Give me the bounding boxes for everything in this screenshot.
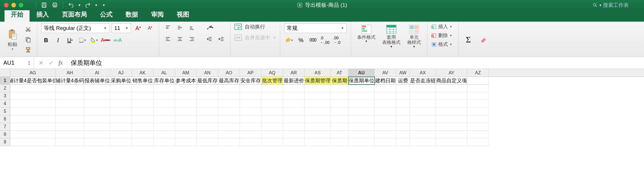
grow-font-icon[interactable]: A▴ [133, 24, 143, 32]
cell-AN3[interactable] [197, 92, 218, 100]
cell-AM5[interactable] [175, 108, 197, 115]
cell-AU2[interactable] [348, 85, 375, 92]
cell-AO6[interactable] [218, 115, 240, 123]
cell-AG7[interactable] [10, 123, 56, 131]
cell-AL1[interactable]: 库存单位 [153, 77, 175, 85]
accept-formula-icon[interactable]: ✓ [49, 60, 53, 66]
cell-styles-button[interactable]: 单元 格样式▼ [405, 23, 423, 49]
col-header-AS[interactable]: AS [305, 69, 331, 77]
format-painter-icon[interactable] [23, 46, 33, 54]
cell-AK8[interactable] [132, 131, 153, 138]
row-header-2[interactable]: 2 [0, 85, 10, 92]
cell-AV2[interactable] [375, 85, 396, 92]
cell-AU9[interactable] [348, 138, 375, 146]
col-header-AZ[interactable]: AZ [467, 69, 489, 77]
cell-AM8[interactable] [175, 131, 197, 138]
cell-AJ2[interactable] [110, 85, 132, 92]
autosum-icon[interactable]: Σ [463, 34, 474, 45]
cell-AW6[interactable] [396, 115, 410, 123]
conditional-formatting-button[interactable]: 条件格式▼ [355, 23, 378, 44]
col-header-AJ[interactable]: AJ [110, 69, 132, 77]
cell-AL2[interactable] [153, 85, 175, 92]
cell-AO8[interactable] [218, 131, 240, 138]
cell-AY6[interactable] [436, 115, 467, 123]
cell-AV1[interactable]: 建档日期 [375, 77, 396, 85]
name-box[interactable]: AU1 ▲▼ [0, 57, 34, 69]
cell-AR9[interactable] [283, 138, 305, 146]
delete-cells-button[interactable]: 删除▼ [431, 32, 454, 39]
cell-AP2[interactable] [240, 85, 261, 92]
cell-AM2[interactable] [175, 85, 197, 92]
cell-AL3[interactable] [153, 92, 175, 100]
cell-AN1[interactable]: 最低库存 [197, 77, 218, 85]
row-header-8[interactable]: 8 [0, 131, 10, 138]
row-header-5[interactable]: 5 [0, 108, 10, 115]
cell-AJ5[interactable] [110, 108, 132, 115]
cell-AN4[interactable] [197, 100, 218, 108]
cell-AQ3[interactable] [261, 92, 283, 100]
cell-AT7[interactable] [331, 123, 348, 131]
cell-AU7[interactable] [348, 123, 375, 131]
cell-AK7[interactable] [132, 123, 153, 131]
cell-AG3[interactable] [10, 92, 56, 100]
cell-AT5[interactable] [331, 108, 348, 115]
cell-AR2[interactable] [283, 85, 305, 92]
cancel-formula-icon[interactable]: ✕ [39, 60, 43, 66]
border-button[interactable]: ▾ [77, 36, 87, 44]
col-header-AG[interactable]: AG [10, 69, 56, 77]
cell-AS4[interactable] [305, 100, 331, 108]
redo-dropdown[interactable]: ▼ [95, 3, 98, 7]
align-right-icon[interactable] [187, 35, 197, 43]
cell-AR8[interactable] [283, 131, 305, 138]
cell-AZ8[interactable] [467, 131, 489, 138]
font-color-button[interactable]: A▾ [101, 36, 111, 44]
paste-button[interactable]: 粘贴 ▼ [4, 28, 21, 51]
cell-AH5[interactable] [56, 108, 84, 115]
indent-increase-icon[interactable] [217, 35, 226, 43]
cell-AT6[interactable] [331, 115, 348, 123]
cell-AJ1[interactable]: 采购单位 [110, 77, 132, 85]
cell-AX6[interactable] [410, 115, 436, 123]
cell-AL9[interactable] [153, 138, 175, 146]
col-header-AP[interactable]: AP [240, 69, 261, 77]
cell-AN8[interactable] [197, 131, 218, 138]
col-header-AO[interactable]: AO [218, 69, 240, 77]
cell-AS1[interactable]: 保质期管理 [305, 77, 331, 85]
cell-AV3[interactable] [375, 92, 396, 100]
redo-icon[interactable] [84, 1, 92, 9]
col-header-AX[interactable]: AX [410, 69, 436, 77]
align-left-icon[interactable] [163, 35, 173, 43]
cell-AO9[interactable] [218, 138, 240, 146]
align-center-icon[interactable] [175, 35, 185, 43]
cell-AS7[interactable] [305, 123, 331, 131]
cell-AS3[interactable] [305, 92, 331, 100]
cell-AV8[interactable] [375, 131, 396, 138]
clear-icon[interactable] [478, 34, 489, 45]
cell-AU6[interactable] [348, 115, 375, 123]
cell-AM3[interactable] [175, 92, 197, 100]
col-header-AK[interactable]: AK [132, 69, 153, 77]
undo-icon[interactable] [67, 1, 75, 9]
cell-AH4[interactable] [56, 100, 84, 108]
cell-AS2[interactable] [305, 85, 331, 92]
cell-AQ7[interactable] [261, 123, 283, 131]
col-header-AH[interactable]: AH [56, 69, 84, 77]
cell-AU3[interactable] [348, 92, 375, 100]
cell-AW4[interactable] [396, 100, 410, 108]
cell-AM4[interactable] [175, 100, 197, 108]
cell-AY8[interactable] [436, 131, 467, 138]
cell-AH1[interactable]: 辅计量4条码 [56, 77, 84, 85]
cell-AJ3[interactable] [110, 92, 132, 100]
format-as-table-button[interactable]: 套用 表格格式▼ [380, 23, 403, 49]
cell-AV4[interactable] [375, 100, 396, 108]
cell-AS9[interactable] [305, 138, 331, 146]
cell-AX5[interactable] [410, 108, 436, 115]
cell-AV9[interactable] [375, 138, 396, 146]
shrink-font-icon[interactable]: A▾ [145, 24, 155, 32]
col-header-AR[interactable]: AR [283, 69, 305, 77]
insert-cells-button[interactable]: 插入▼ [431, 23, 454, 30]
cell-AR6[interactable] [283, 115, 305, 123]
cell-AT2[interactable] [331, 85, 348, 92]
row-header-6[interactable]: 6 [0, 115, 10, 123]
row-header-3[interactable]: 3 [0, 92, 10, 100]
